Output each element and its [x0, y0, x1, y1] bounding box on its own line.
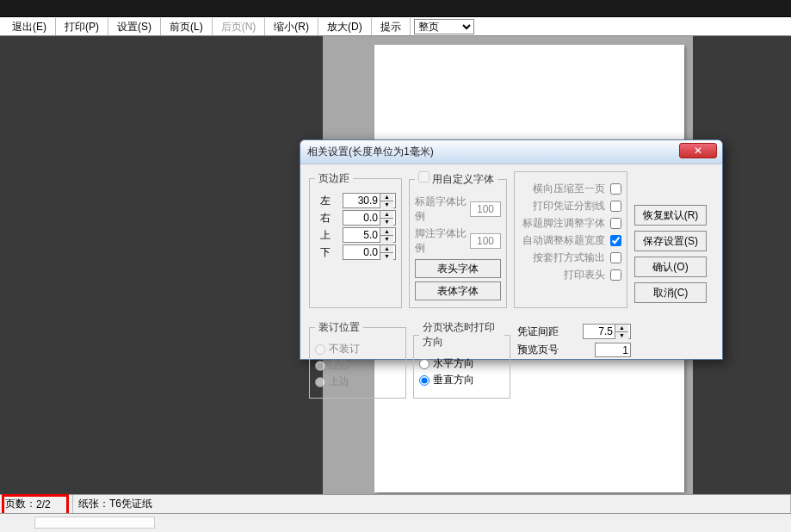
spin-down-icon[interactable]: ▼	[615, 332, 628, 339]
prev-page-button[interactable]: 前页(L)	[161, 18, 213, 35]
cancel-button[interactable]: 取消(C)	[634, 282, 707, 303]
binding-none-radio[interactable]	[315, 344, 325, 355]
zoom-out-button[interactable]: 缩小(R)	[265, 18, 318, 35]
margins-legend: 页边距	[315, 171, 353, 186]
status-page-value: 2/2	[36, 498, 51, 510]
voucher-gap-spin[interactable]: ▲▼	[583, 324, 631, 339]
hcompress-checkbox[interactable]	[610, 183, 621, 195]
hint-button[interactable]: 提示	[372, 18, 411, 35]
spin-down-icon[interactable]: ▼	[380, 219, 393, 226]
status-page: 页数： 2/2	[0, 495, 73, 513]
preview-page-label: 预览页号	[517, 343, 559, 357]
print-divider-checkbox[interactable]	[610, 201, 621, 212]
options-group: 横向压缩至一页 打印凭证分割线 标题脚注调整字体 自动调整标题宽度 按套打方式输…	[514, 171, 627, 308]
paging-legend: 分页状态时打印方向	[419, 320, 504, 350]
voucher-gap-input[interactable]	[584, 325, 615, 338]
binding-top-label: 上边	[329, 374, 349, 389]
voucher-group: 凭证间距 ▲▼ 预览页号	[517, 320, 631, 399]
title-footer-adjust-label: 标题脚注调整字体	[522, 216, 605, 231]
spin-up-icon[interactable]: ▲	[615, 325, 628, 332]
spin-up-icon[interactable]: ▲	[380, 245, 393, 253]
bottom-strip	[0, 513, 791, 532]
spin-up-icon[interactable]: ▲	[380, 211, 393, 219]
binding-left-label: 左边	[329, 358, 349, 373]
print-header-label: 打印表头	[564, 268, 605, 282]
footer-font-ratio-input[interactable]	[470, 233, 501, 249]
dialog-titlebar: 相关设置(长度单位为1毫米) ✕	[300, 140, 722, 164]
title-font-ratio-label: 标题字体比例	[415, 195, 467, 224]
dialog-title: 相关设置(长度单位为1毫米)	[307, 145, 434, 159]
margin-right-input[interactable]	[343, 211, 380, 225]
spin-down-icon[interactable]: ▼	[380, 236, 393, 243]
margin-top-label: 上	[315, 228, 331, 243]
paging-vertical-label: 垂直方向	[433, 373, 474, 387]
close-icon: ✕	[694, 145, 702, 157]
status-paper-label: 纸张：	[78, 497, 109, 511]
auto-title-width-label: 自动调整标题宽度	[522, 233, 605, 248]
binding-top-radio[interactable]	[315, 377, 325, 387]
header-font-button[interactable]: 表头字体	[415, 259, 501, 278]
status-paper: 纸张： T6凭证纸	[73, 495, 791, 513]
paging-horizontal-radio[interactable]	[419, 359, 429, 369]
binding-legend: 装订位置	[315, 320, 363, 335]
spin-down-icon[interactable]: ▼	[380, 201, 393, 208]
spin-up-icon[interactable]: ▲	[380, 194, 393, 201]
dialog-buttons: 恢复默认(R) 保存设置(S) 确认(O) 取消(C)	[634, 171, 710, 308]
margin-left-label: 左	[315, 194, 331, 208]
margin-bottom-label: 下	[315, 245, 331, 260]
ok-button[interactable]: 确认(O)	[634, 257, 707, 277]
settings-dialog: 相关设置(长度单位为1毫米) ✕ 页边距 左 ▲▼ 右 ▲▼	[300, 139, 723, 360]
exit-button[interactable]: 退出(E)	[3, 18, 56, 35]
voucher-gap-label: 凭证间距	[517, 325, 559, 339]
paging-vertical-radio[interactable]	[419, 375, 429, 386]
print-button[interactable]: 打印(P)	[56, 18, 108, 35]
next-page-button[interactable]: 后页(N)	[213, 18, 266, 35]
margins-group: 页边距 左 ▲▼ 右 ▲▼ 上 ▲▼	[309, 171, 402, 308]
spin-up-icon[interactable]: ▲	[380, 228, 393, 236]
spin-down-icon[interactable]: ▼	[380, 253, 393, 260]
margin-left-spin[interactable]: ▲▼	[343, 193, 396, 208]
custom-font-checkbox[interactable]	[418, 171, 429, 182]
paging-horizontal-label: 水平方向	[433, 356, 474, 371]
nested-print-checkbox[interactable]	[610, 252, 621, 263]
status-paper-value: T6凭证纸	[109, 497, 152, 511]
status-page-label: 页数：	[5, 497, 36, 511]
margin-left-input[interactable]	[343, 194, 380, 207]
title-font-ratio-input[interactable]	[470, 201, 501, 217]
body-font-button[interactable]: 表体字体	[415, 281, 501, 300]
binding-none-label: 不装订	[329, 342, 360, 356]
margin-bottom-input[interactable]	[343, 245, 380, 259]
save-settings-button[interactable]: 保存设置(S)	[634, 231, 707, 251]
settings-button[interactable]: 设置(S)	[108, 18, 161, 35]
zoom-select[interactable]: 整页	[414, 19, 474, 34]
preview-page-input[interactable]	[595, 343, 631, 357]
binding-group: 装订位置 不装订 左边 上边	[309, 320, 406, 399]
bottom-inner-box	[34, 517, 155, 529]
custom-font-group: 用自定义字体 标题字体比例 脚注字体比例 表头字体 表体字体	[409, 171, 507, 308]
binding-left-radio[interactable]	[315, 361, 325, 371]
margin-bottom-spin[interactable]: ▲▼	[343, 244, 396, 260]
hcompress-label: 横向压缩至一页	[533, 182, 605, 196]
footer-font-ratio-label: 脚注字体比例	[415, 226, 467, 256]
margin-top-spin[interactable]: ▲▼	[343, 227, 396, 243]
restore-default-button[interactable]: 恢复默认(R)	[634, 205, 707, 226]
close-button[interactable]: ✕	[679, 143, 717, 158]
zoom-in-button[interactable]: 放大(D)	[318, 18, 372, 35]
margin-right-label: 右	[315, 211, 331, 226]
auto-title-width-checkbox[interactable]	[610, 235, 621, 246]
nested-print-label: 按套打方式输出	[533, 251, 605, 265]
title-footer-adjust-checkbox[interactable]	[610, 218, 621, 229]
print-header-checkbox[interactable]	[610, 269, 621, 281]
margin-right-spin[interactable]: ▲▼	[343, 210, 396, 226]
window-titlebar	[0, 0, 791, 17]
custom-font-legend-text: 用自定义字体	[432, 173, 494, 185]
toolbar: 退出(E) 打印(P) 设置(S) 前页(L) 后页(N) 缩小(R) 放大(D…	[0, 17, 791, 36]
margin-top-input[interactable]	[343, 228, 380, 242]
status-bar: 页数： 2/2 纸张： T6凭证纸	[0, 494, 791, 513]
custom-font-legend: 用自定义字体	[415, 171, 497, 187]
print-divider-label: 打印凭证分割线	[533, 199, 605, 213]
paging-group: 分页状态时打印方向 水平方向 垂直方向	[413, 320, 510, 399]
